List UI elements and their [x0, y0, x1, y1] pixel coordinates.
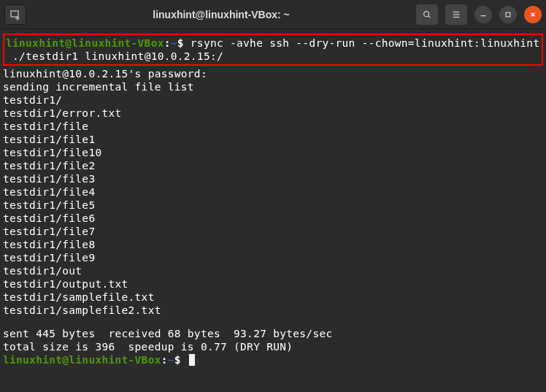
output-line: linuxhint@10.0.2.15's password: — [3, 67, 543, 80]
output-line: testdir1/file — [3, 120, 543, 133]
svg-rect-9 — [506, 12, 510, 17]
command-line-1: linuxhint@linuxhint-VBox:~$ rsync -avhe … — [6, 36, 540, 50]
maximize-button[interactable] — [499, 6, 517, 23]
prompt-path: ~ — [171, 37, 177, 49]
summary-line-2: total size is 396 speedup is 0.77 (DRY R… — [3, 340, 543, 353]
hamburger-icon — [451, 9, 461, 20]
output-line: testdir1/error.txt — [3, 107, 543, 120]
summary-line-1: sent 445 bytes received 68 bytes 93.27 b… — [3, 327, 543, 340]
titlebar: linuxhint@linuxhint-VBox: ~ — [0, 0, 546, 29]
minimize-icon — [480, 11, 487, 18]
svg-line-4 — [428, 15, 431, 18]
prompt-path: ~ — [168, 354, 174, 366]
cursor — [189, 354, 195, 366]
output-line: sending incremental file list — [3, 80, 543, 93]
output-line: testdir1/file2 — [3, 159, 543, 172]
command-text-1: rsync -avhe ssh --dry-run --chown=linuxh… — [184, 37, 540, 49]
menu-button[interactable] — [445, 4, 467, 25]
new-tab-icon — [9, 9, 21, 20]
command-highlight: linuxhint@linuxhint-VBox:~$ rsync -avhe … — [3, 34, 543, 66]
output-line: testdir1/file9 — [3, 251, 543, 264]
search-button[interactable] — [416, 4, 438, 25]
search-icon — [422, 9, 432, 20]
output-line: testdir1/ — [3, 93, 543, 107]
svg-point-3 — [424, 11, 429, 16]
command-line-2: ./testdir1 linuxhint@10.0.2.15:/ — [6, 50, 540, 63]
output-line: testdir1/output.txt — [3, 277, 543, 291]
close-icon — [529, 11, 537, 18]
output-line: testdir1/out — [3, 264, 543, 277]
prompt-line: linuxhint@linuxhint-VBox:~$ — [3, 353, 543, 366]
output-line: testdir1/file7 — [3, 225, 543, 238]
prompt-dollar: $ — [177, 37, 184, 49]
output-line: testdir1/file3 — [3, 172, 543, 185]
output-line: testdir1/samplefile2.txt — [3, 304, 543, 317]
terminal-body[interactable]: linuxhint@linuxhint-VBox:~$ rsync -avhe … — [0, 29, 546, 371]
output-line: testdir1/samplefile.txt — [3, 291, 543, 304]
prompt-colon: : — [164, 37, 171, 49]
new-tab-button[interactable] — [4, 4, 26, 25]
output-block: linuxhint@10.0.2.15's password:sending i… — [3, 67, 543, 317]
prompt-colon: : — [161, 354, 168, 366]
window-title: linuxhint@linuxhint-VBox: ~ — [32, 9, 410, 20]
prompt-user: linuxhint@linuxhint-VBox — [6, 37, 164, 49]
maximize-icon — [504, 11, 512, 18]
output-line: testdir1/file5 — [3, 199, 543, 212]
svg-rect-0 — [11, 11, 18, 17]
minimize-button[interactable] — [474, 6, 492, 23]
close-button[interactable] — [524, 6, 542, 23]
output-line: testdir1/file1 — [3, 133, 543, 146]
prompt-user: linuxhint@linuxhint-VBox — [3, 354, 161, 366]
output-line: testdir1/file4 — [3, 185, 543, 199]
output-line: testdir1/file10 — [3, 146, 543, 159]
prompt-dollar: $ — [174, 354, 181, 366]
output-line: testdir1/file6 — [3, 212, 543, 225]
output-line: testdir1/file8 — [3, 238, 543, 251]
